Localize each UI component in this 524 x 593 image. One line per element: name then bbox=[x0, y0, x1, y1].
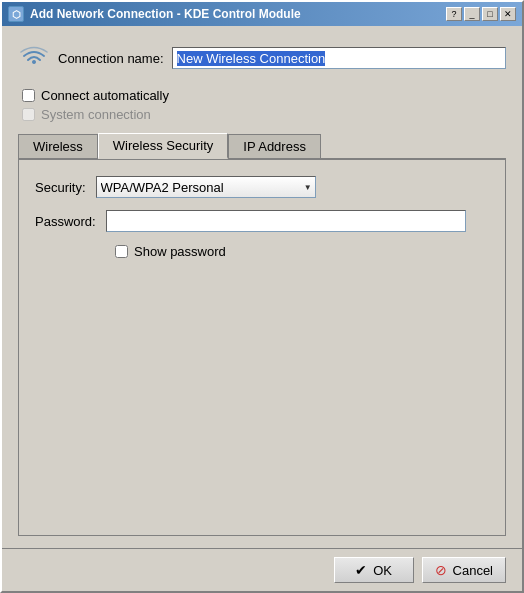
show-password-label[interactable]: Show password bbox=[134, 244, 226, 259]
help-button[interactable]: ? bbox=[446, 7, 462, 21]
cancel-button[interactable]: ⊘ Cancel bbox=[422, 557, 506, 583]
show-password-row: Show password bbox=[35, 244, 489, 259]
connection-name-label: Connection name: bbox=[58, 51, 164, 66]
tabs-container: Wireless Wireless Security IP Address Se… bbox=[18, 132, 506, 536]
minimize-button[interactable]: _ bbox=[464, 7, 480, 21]
checkboxes-row: Connect automatically System connection bbox=[18, 88, 506, 122]
title-bar-controls: ? _ □ ✕ bbox=[446, 7, 516, 21]
tab-content-wireless-security: Security: None WPA/WPA2 Personal WPA Ent… bbox=[18, 158, 506, 536]
bottom-bar: ✔ OK ⊘ Cancel bbox=[2, 548, 522, 591]
ok-label: OK bbox=[373, 563, 392, 578]
security-select-wrapper: None WPA/WPA2 Personal WPA Enterprise WE… bbox=[96, 176, 316, 198]
connect-automatically-row: Connect automatically bbox=[22, 88, 506, 103]
system-connection-row: System connection bbox=[22, 107, 506, 122]
connection-name-input[interactable] bbox=[172, 47, 506, 69]
window-content: Connection name: Connect automatically S… bbox=[2, 26, 522, 548]
window-title: Add Network Connection - KDE Control Mod… bbox=[30, 7, 301, 21]
tab-wireless[interactable]: Wireless bbox=[18, 134, 98, 160]
maximize-button[interactable]: □ bbox=[482, 7, 498, 21]
cancel-label: Cancel bbox=[453, 563, 493, 578]
close-button[interactable]: ✕ bbox=[500, 7, 516, 21]
connect-automatically-checkbox[interactable] bbox=[22, 89, 35, 102]
tab-wireless-security[interactable]: Wireless Security bbox=[98, 133, 228, 159]
title-bar: ⬡ Add Network Connection - KDE Control M… bbox=[2, 2, 522, 26]
ok-icon: ✔ bbox=[355, 562, 367, 578]
show-password-checkbox[interactable] bbox=[115, 245, 128, 258]
tabs-bar: Wireless Wireless Security IP Address bbox=[18, 132, 506, 160]
tab-ip-address[interactable]: IP Address bbox=[228, 134, 321, 160]
connect-automatically-label[interactable]: Connect automatically bbox=[41, 88, 169, 103]
security-row: Security: None WPA/WPA2 Personal WPA Ent… bbox=[35, 176, 489, 198]
ok-button[interactable]: ✔ OK bbox=[334, 557, 414, 583]
system-connection-label: System connection bbox=[41, 107, 151, 122]
wifi-icon bbox=[18, 42, 50, 74]
security-select[interactable]: None WPA/WPA2 Personal WPA Enterprise WE… bbox=[96, 176, 316, 198]
system-connection-checkbox[interactable] bbox=[22, 108, 35, 121]
security-label: Security: bbox=[35, 180, 86, 195]
password-label: Password: bbox=[35, 214, 96, 229]
connection-name-row: Connection name: bbox=[18, 38, 506, 78]
main-window: ⬡ Add Network Connection - KDE Control M… bbox=[0, 0, 524, 593]
app-icon: ⬡ bbox=[8, 6, 24, 22]
password-row: Password: bbox=[35, 210, 489, 232]
cancel-icon: ⊘ bbox=[435, 562, 447, 578]
password-input[interactable] bbox=[106, 210, 466, 232]
